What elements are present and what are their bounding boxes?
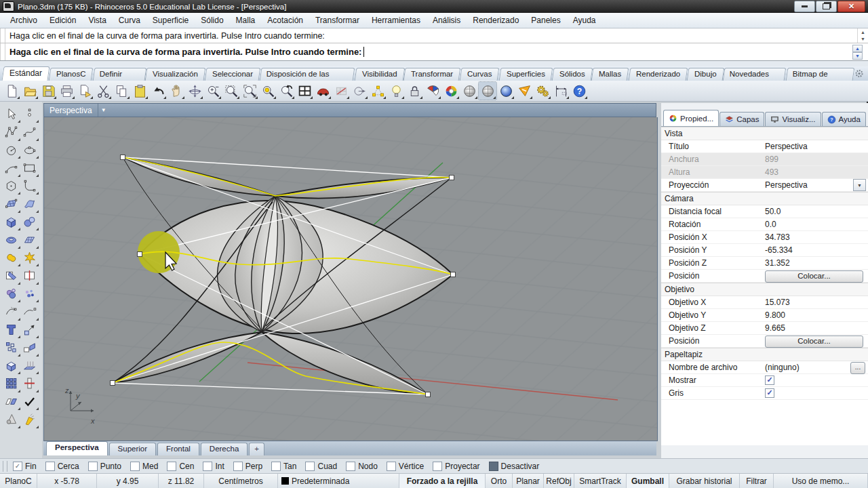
posicion-y-value[interactable]: -65.334 — [765, 245, 793, 255]
status-refobj[interactable]: RefObj — [544, 474, 574, 488]
tan-checkbox[interactable] — [271, 462, 281, 471]
undo-view-icon[interactable] — [277, 82, 295, 100]
scale-icon[interactable] — [20, 321, 39, 338]
menu-transformar[interactable]: Transformar — [309, 14, 366, 26]
zoom-selected-icon[interactable] — [259, 82, 277, 100]
primitive-cone-icon[interactable] — [2, 411, 20, 428]
sphere-icon[interactable] — [20, 213, 39, 230]
save-file-icon[interactable] — [39, 82, 57, 100]
trim-icon[interactable] — [2, 267, 20, 285]
mesh-plane-icon[interactable] — [20, 231, 39, 249]
menu-solido[interactable]: Sólido — [195, 14, 229, 26]
circle-icon[interactable] — [2, 141, 20, 159]
gris-checkbox[interactable]: ✓ — [765, 388, 774, 398]
open-file-icon[interactable] — [21, 82, 39, 100]
osnap-int[interactable]: Int — [203, 462, 224, 471]
command-history-grip[interactable] — [0, 28, 5, 43]
panel-tab-visualizacion[interactable]: Visualiz... — [765, 112, 821, 126]
osnap-proyectar[interactable]: Proyectar — [433, 462, 479, 471]
display-mode-icon[interactable] — [479, 82, 496, 100]
options-icon[interactable] — [534, 82, 551, 100]
nodo-checkbox[interactable] — [346, 462, 355, 471]
toolbar-tab-novedades[interactable]: Novedades V5 — [723, 68, 787, 81]
titulo-value[interactable]: Perspectiva — [765, 142, 808, 151]
med-checkbox[interactable] — [130, 462, 140, 471]
toolbar-tab-visibilidad[interactable]: Visibilidad — [354, 68, 404, 81]
viewport-tab-superior[interactable]: Superior — [109, 443, 156, 455]
perp-checkbox[interactable] — [233, 462, 243, 471]
split-icon[interactable] — [20, 267, 39, 285]
viewport-menu-caret-icon[interactable]: ▼ — [98, 104, 109, 117]
perspective-viewport-canvas[interactable]: z y x — [44, 117, 657, 441]
undo-icon[interactable] — [149, 82, 167, 100]
vertice-checkbox[interactable] — [387, 462, 396, 471]
spinner-up-icon[interactable]: ▲ — [852, 45, 863, 52]
objetivo-z-value[interactable]: 9.665 — [765, 323, 785, 333]
menu-malla[interactable]: Malla — [230, 14, 262, 26]
distancia-focal-value[interactable]: 50.0 — [765, 207, 781, 216]
paste-icon[interactable] — [131, 82, 149, 100]
colocar-objetivo-button[interactable]: Colocar... — [765, 336, 863, 348]
print-icon[interactable] — [58, 82, 75, 100]
menu-renderizado[interactable]: Renderizado — [467, 14, 525, 26]
array-icon[interactable] — [2, 339, 20, 357]
extrude-solid-icon[interactable] — [2, 357, 20, 374]
cuad-checkbox[interactable] — [305, 462, 315, 471]
adjust-curve-icon[interactable] — [2, 303, 20, 321]
toolbar-tab-planosc[interactable]: PlanosC — [49, 68, 94, 81]
osnap-nodo[interactable]: Nodo — [346, 462, 378, 471]
orient-icon[interactable] — [20, 339, 39, 357]
restore-button[interactable] — [816, 1, 837, 12]
select-pointer-icon[interactable] — [2, 105, 20, 123]
nombre-archivo-value[interactable]: (ninguno) — [765, 363, 800, 372]
viewport-tab-frontal[interactable]: Frontal — [157, 443, 199, 455]
minimize-button[interactable] — [794, 1, 815, 12]
export-icon[interactable] — [76, 82, 94, 100]
spinner-down-icon[interactable]: ▼ — [852, 52, 863, 60]
status-units[interactable]: Centímetros — [204, 474, 278, 488]
panel-tab-propiedades[interactable]: Propied... — [663, 110, 719, 126]
command-history-scrollbar[interactable]: ▲ ▼ — [857, 28, 868, 43]
toolbar-tab-mallas[interactable]: Mallas — [591, 68, 629, 81]
text-object-icon[interactable] — [2, 321, 20, 338]
osnap-vertice[interactable]: Vértice — [387, 462, 424, 471]
objetivo-x-value[interactable]: 15.073 — [765, 298, 790, 307]
osnap-desactivar[interactable]: Desactivar — [489, 462, 540, 471]
close-button[interactable]: ✕ — [837, 1, 865, 12]
extrude-straight-icon[interactable] — [20, 357, 39, 374]
polyline-icon[interactable] — [2, 123, 20, 141]
scroll-up-icon[interactable]: ▲ — [861, 30, 865, 35]
flow-along-surface-icon[interactable] — [2, 392, 20, 410]
fin-checkbox[interactable]: ✓ — [13, 462, 22, 471]
extend-curve-icon[interactable] — [20, 303, 39, 321]
section-icon[interactable] — [20, 375, 39, 392]
menu-superficie[interactable]: Superficie — [146, 14, 195, 26]
fillet-curve-icon[interactable] — [20, 177, 39, 195]
surface-from-points-icon[interactable] — [2, 195, 20, 213]
curve-icon[interactable] — [20, 123, 39, 141]
browse-file-button[interactable]: ... — [850, 362, 865, 374]
toolbar-tab-curvas[interactable]: Curvas — [460, 68, 500, 81]
single-point-icon[interactable] — [20, 105, 39, 123]
menu-archivo[interactable]: Archivo — [4, 14, 43, 26]
rotate-icon[interactable] — [351, 82, 368, 100]
menu-paneles[interactable]: Paneles — [525, 14, 566, 26]
command-prompt-grip[interactable] — [0, 43, 5, 60]
osnap-perp[interactable]: Perp — [233, 462, 262, 471]
arc-icon[interactable] — [2, 159, 20, 177]
osnap-punto[interactable]: Punto — [88, 462, 121, 471]
viewport-tab-derecha[interactable]: Derecha — [201, 443, 248, 455]
toolbar-tab-seleccionar[interactable]: Seleccionar — [205, 68, 261, 81]
osnap-med[interactable]: Med — [130, 462, 158, 471]
status-gumball[interactable]: Gumball — [627, 474, 669, 488]
rotacion-value[interactable]: 0.0 — [765, 220, 776, 229]
render-settings-icon[interactable] — [515, 82, 533, 100]
help-icon[interactable]: ? — [570, 82, 588, 100]
explode-icon[interactable] — [20, 249, 39, 266]
toolbar-tab-visualizacion[interactable]: Visualización — [145, 68, 206, 81]
toolbar-tab-transformar[interactable]: Transformar — [403, 68, 461, 81]
render-icon[interactable] — [424, 82, 441, 100]
osnap-fin[interactable]: ✓Fin — [13, 462, 37, 471]
hide-objects-icon[interactable] — [332, 82, 350, 100]
cen-checkbox[interactable] — [167, 462, 176, 471]
